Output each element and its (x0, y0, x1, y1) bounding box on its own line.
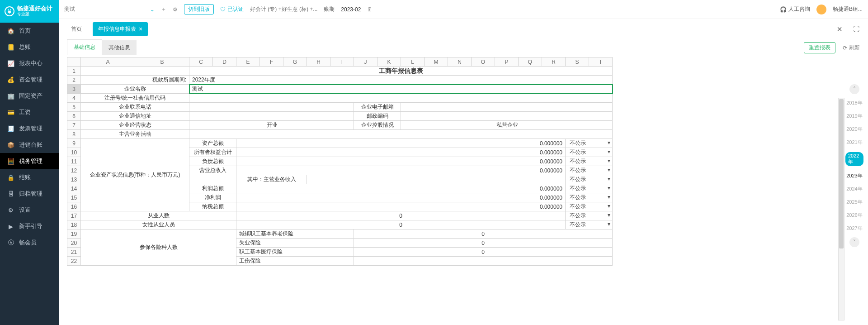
year-2023年[interactable]: 2023年 (846, 172, 862, 179)
sheet-title[interactable]: 工商年报信息表 (189, 67, 613, 76)
company-select[interactable]: 测试 ⌄ (64, 5, 155, 13)
row-header[interactable]: 4 (67, 94, 81, 103)
col-header[interactable]: T (589, 57, 613, 67)
add-icon[interactable]: ＋ (161, 5, 166, 13)
row-header[interactable]: 14 (67, 184, 81, 193)
phone-label[interactable]: 企业联系电话 (81, 103, 189, 112)
row-header[interactable]: 15 (67, 193, 81, 202)
year-2022年[interactable]: 2022年 (845, 152, 863, 166)
insurance-value[interactable]: 0 (354, 248, 613, 257)
scrollbar-thumb[interactable] (839, 99, 844, 249)
address-label[interactable]: 企业通信地址 (81, 112, 189, 121)
sidebar-item-10[interactable]: 🗄归档管理 (0, 186, 59, 202)
company-name-cell[interactable]: 测试 (189, 85, 613, 94)
col-header[interactable]: B (135, 57, 189, 67)
row-header[interactable]: 16 (67, 202, 81, 211)
publish-select[interactable]: 不公示▾ (566, 157, 613, 166)
row-header[interactable]: 8 (67, 130, 81, 139)
year-2020年[interactable]: 2020年 (846, 126, 862, 133)
metric-value[interactable]: 0.000000 (236, 157, 566, 166)
row-header[interactable]: 5 (67, 103, 81, 112)
cell[interactable] (189, 94, 613, 103)
sidebar-item-9[interactable]: 🔒结账 (0, 169, 59, 186)
cell[interactable] (401, 103, 613, 112)
avatar[interactable] (816, 5, 826, 14)
publish-select[interactable]: 不公示▾ (566, 139, 613, 148)
metric-value[interactable]: 0.000000 (236, 166, 566, 175)
year-down-icon[interactable]: ˅ (849, 237, 859, 247)
publish-select[interactable]: 不公示▾ (566, 148, 613, 157)
col-header[interactable]: L (401, 57, 425, 67)
cell[interactable] (189, 112, 354, 121)
close-all-icon[interactable]: × (833, 24, 846, 34)
sidebar-item-4[interactable]: 🏢固定资产 (0, 88, 59, 104)
row-header[interactable]: 6 (67, 112, 81, 121)
year-2019年[interactable]: 2019年 (846, 113, 862, 119)
col-header[interactable]: R (542, 57, 566, 67)
sidebar-item-11[interactable]: ⚙设置 (0, 202, 59, 218)
insurance-value[interactable] (354, 257, 613, 266)
employees-value[interactable]: 0 (236, 211, 566, 220)
col-header[interactable]: Q (519, 57, 542, 67)
row-header[interactable]: 21 (67, 248, 81, 257)
sidebar-item-6[interactable]: 🧾发票管理 (0, 120, 59, 137)
col-header[interactable]: D (213, 57, 236, 67)
col-header[interactable]: K (377, 57, 401, 67)
metric-value[interactable]: 0.000000 (236, 148, 566, 157)
row-header[interactable]: 2 (67, 76, 81, 85)
col-header[interactable]: I (330, 57, 354, 67)
sidebar-item-13[interactable]: Ⓥ畅会员 (0, 234, 59, 251)
insurance-value[interactable]: 0 (354, 229, 613, 239)
row-header[interactable]: 11 (67, 157, 81, 166)
period-label[interactable]: 税款所属期间: (81, 76, 189, 85)
cell[interactable] (81, 67, 189, 76)
col-header[interactable]: H (307, 57, 330, 67)
status-select[interactable]: 开业 (189, 121, 354, 130)
postcode-label[interactable]: 邮政编码 (354, 112, 401, 121)
sidebar-item-7[interactable]: 📦进销台账 (0, 137, 59, 153)
tab-annual-report[interactable]: 年报信息申报表 × (93, 22, 148, 36)
col-header[interactable]: J (354, 57, 377, 67)
sidebar-item-5[interactable]: 💳工资 (0, 104, 59, 120)
row-header[interactable]: 17 (67, 211, 81, 220)
col-header[interactable]: C (189, 57, 213, 67)
calendar-icon[interactable]: 🗓 (367, 6, 373, 13)
row-header[interactable]: 1 (67, 67, 81, 76)
row-header[interactable]: 7 (67, 121, 81, 130)
metric-value[interactable] (307, 175, 566, 184)
metric-value[interactable]: 0.000000 (236, 202, 566, 211)
col-header[interactable]: E (236, 57, 260, 67)
close-icon[interactable]: × (139, 25, 142, 33)
switch-old-button[interactable]: 切到旧版 (184, 4, 214, 14)
employees-label[interactable]: 从业人数 (81, 211, 236, 220)
sidebar-item-1[interactable]: 📒总账 (0, 39, 59, 55)
col-header[interactable]: G (283, 57, 307, 67)
col-header[interactable]: A (81, 57, 135, 67)
row-header[interactable]: 18 (67, 220, 81, 229)
row-header[interactable]: 13 (67, 175, 81, 184)
cell[interactable] (189, 130, 613, 139)
cell[interactable] (189, 103, 354, 112)
row-header[interactable]: 10 (67, 148, 81, 157)
year-up-icon[interactable]: ˄ (849, 84, 859, 94)
reset-button[interactable]: 重置报表 (804, 42, 835, 53)
subtab-other[interactable]: 其他信息 (102, 40, 137, 55)
col-header[interactable]: N (448, 57, 472, 67)
col-header[interactable]: M (425, 57, 448, 67)
row-header[interactable]: 9 (67, 139, 81, 148)
female-value[interactable]: 0 (236, 220, 566, 229)
company-name-label[interactable]: 企业名称 (81, 85, 189, 94)
period-value[interactable]: 2023-02 (341, 6, 361, 13)
holding-label[interactable]: 企业控股情况 (354, 121, 401, 130)
metric-value[interactable]: 0.000000 (236, 193, 566, 202)
publish-select[interactable]: 不公示▾ (566, 175, 613, 184)
sidebar-item-0[interactable]: 🏠首页 (0, 23, 59, 39)
col-header[interactable]: S (566, 57, 589, 67)
reg-no-label[interactable]: 注册号/统一社会信用代码 (81, 94, 189, 103)
year-2021年[interactable]: 2021年 (846, 139, 862, 146)
spreadsheet[interactable]: ABCDEFGHIJKLMNOPQRST1工商年报信息表2税款所属期间:2022… (67, 57, 841, 325)
subtab-basic[interactable]: 基础信息 (67, 39, 102, 55)
year-2024年[interactable]: 2024年 (846, 186, 862, 192)
year-2025年[interactable]: 2025年 (846, 199, 862, 206)
publish-select[interactable]: 不公示▾ (566, 202, 613, 211)
